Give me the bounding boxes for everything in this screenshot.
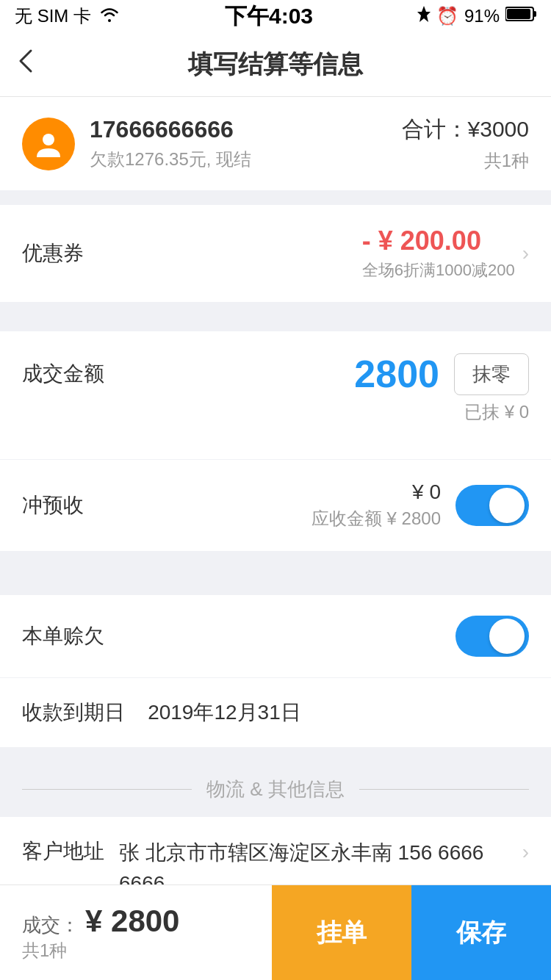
pre-receive-label: 冲预收 — [22, 491, 84, 519]
svg-rect-2 — [507, 9, 530, 19]
nav-bar: 填写结算等信息 — [0, 32, 551, 97]
section-divider-2 — [0, 566, 551, 580]
page-title: 填写结算等信息 — [188, 48, 363, 82]
bottom-count: 共1种 — [22, 939, 250, 962]
coupon-info: - ¥ 200.00 全场6折满1000减200 — [362, 226, 515, 281]
svg-point-3 — [43, 134, 54, 145]
status-left: 无 SIM 卡 — [15, 4, 120, 28]
divider-line-left — [22, 789, 192, 790]
customer-left: 17666666666 欠款1276.35元, 现结 — [22, 116, 251, 171]
deal-right: 2800 抹零 — [354, 352, 529, 396]
back-button[interactable] — [18, 48, 34, 81]
total-amount: 合计：¥3000 — [402, 115, 529, 145]
due-date-section: 收款到期日 2019年12月31日 — [0, 677, 551, 747]
coupon-right: - ¥ 200.00 全场6折满1000减200 › — [362, 226, 529, 281]
bottom-bar: 成交： ¥ 2800 共1种 挂单 保存 — [0, 884, 551, 980]
hold-button[interactable]: 挂单 — [272, 885, 411, 981]
toggle-thumb — [489, 488, 525, 523]
status-time: 下午4:03 — [225, 1, 313, 32]
total-count: 共1种 — [402, 149, 529, 173]
chevron-right-icon: › — [522, 242, 529, 265]
logistics-divider: 物流 & 其他信息 — [0, 762, 551, 817]
debit-section: 本单赊欠 — [0, 595, 551, 677]
alarm-icon: ⏰ — [436, 6, 458, 26]
svg-rect-1 — [533, 11, 536, 17]
pre-value-block: ¥ 0 应收金额 ¥ 2800 — [311, 480, 441, 530]
pre-right: ¥ 0 应收金额 ¥ 2800 — [311, 480, 529, 530]
divider-line-right — [359, 789, 529, 790]
address-label: 客户地址 — [22, 837, 104, 865]
debit-label: 本单赊欠 — [22, 622, 104, 650]
pre-amount: ¥ 0 — [311, 480, 441, 504]
logistics-label: 物流 & 其他信息 — [206, 777, 345, 802]
wifi-icon — [98, 6, 120, 26]
customer-avatar — [22, 118, 75, 170]
deal-amount-label: 成交金额 — [22, 360, 104, 388]
coupon-discount: - ¥ 200.00 — [362, 226, 515, 256]
due-date-label: 收款到期日 2019年12月31日 — [22, 701, 301, 724]
battery-label: 91% — [464, 6, 500, 26]
debit-toggle[interactable] — [455, 616, 529, 657]
battery-icon — [505, 6, 536, 26]
coupon-description: 全场6折满1000减200 — [362, 259, 515, 281]
bottom-deal-label: 成交： — [22, 912, 79, 938]
pre-receive-toggle[interactable] — [455, 485, 529, 526]
deal-amount-section: 成交金额 2800 抹零 已抹 ¥ 0 — [0, 331, 551, 459]
location-icon — [417, 6, 431, 26]
customer-debt: 欠款1276.35元, 现结 — [90, 148, 251, 171]
content: 17666666666 欠款1276.35元, 现结 合计：¥3000 共1种 … — [0, 97, 551, 980]
bottom-deal-row: 成交： ¥ 2800 — [22, 904, 250, 939]
due-date-prefix: 收款到期日 — [22, 701, 125, 724]
section-divider-1 — [0, 317, 551, 331]
save-button[interactable]: 保存 — [411, 885, 551, 981]
coupon-label: 优惠券 — [22, 239, 84, 267]
address-chevron-icon: › — [522, 840, 529, 864]
debit-toggle-thumb — [489, 619, 525, 654]
bottom-summary: 成交： ¥ 2800 共1种 — [0, 904, 272, 962]
customer-total: 合计：¥3000 共1种 — [402, 115, 529, 173]
deal-sub-text: 已抹 ¥ 0 — [22, 400, 529, 424]
pre-sub: 应收金额 ¥ 2800 — [311, 507, 441, 530]
status-right: ⏰ 91% — [417, 6, 536, 26]
due-date-value: 2019年12月31日 — [148, 701, 301, 724]
round-button[interactable]: 抹零 — [454, 353, 529, 395]
status-bar: 无 SIM 卡 下午4:03 ⏰ 91% — [0, 0, 551, 32]
bottom-amount: ¥ 2800 — [85, 904, 179, 939]
deal-amount-row: 成交金额 2800 抹零 — [22, 352, 529, 396]
customer-details: 17666666666 欠款1276.35元, 现结 — [90, 116, 251, 171]
no-sim-label: 无 SIM 卡 — [15, 4, 91, 28]
customer-info-section: 17666666666 欠款1276.35元, 现结 合计：¥3000 共1种 — [0, 97, 551, 190]
deal-amount-value: 2800 — [354, 352, 439, 396]
pre-receive-section: 冲预收 ¥ 0 应收金额 ¥ 2800 — [0, 459, 551, 551]
customer-phone: 17666666666 — [90, 116, 251, 143]
coupon-section[interactable]: 优惠券 - ¥ 200.00 全场6折满1000减200 › — [0, 205, 551, 302]
